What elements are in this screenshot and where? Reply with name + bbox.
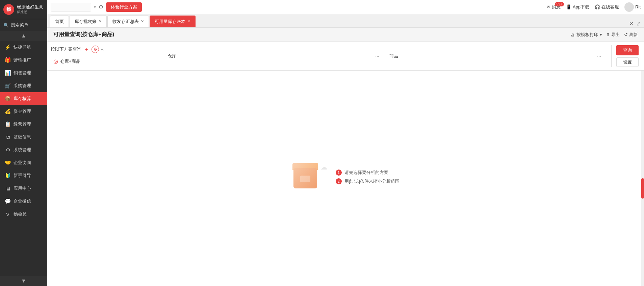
sidebar-item-member[interactable]: V 畅会员 — [0, 208, 47, 220]
topbar: ▾ ⚙ 体验行业方案 ✉ 消息 99+ 📱 App下载 🎧 在线客服 Rit — [47, 0, 644, 14]
filter-settings-circle-btn[interactable]: ⚙ — [92, 46, 99, 53]
sidebar-item-enterprise[interactable]: 🤝 企业协同 — [0, 156, 47, 169]
sidebar-item-sales[interactable]: 📊 销售管理 — [0, 67, 47, 79]
warehouse-input[interactable] — [180, 51, 372, 61]
operations-icon: 📋 — [5, 121, 11, 127]
app-center-icon: 🖥 — [5, 185, 11, 191]
sidebar-item-label: 新手引导 — [14, 173, 31, 179]
app-download-label: App下载 — [573, 4, 589, 10]
sidebar-item-label: 营销推广 — [14, 57, 31, 63]
filter-right: 仓库 ··· 商品 ··· 查询 设置 — [162, 42, 644, 70]
online-service-btn[interactable]: 🎧 在线客服 — [595, 4, 619, 10]
sidebar-item-wechat[interactable]: 💬 企业微信 — [0, 195, 47, 208]
sidebar-item-basic[interactable]: 🗂 基础信息 — [0, 131, 47, 144]
sidebar-item-finance[interactable]: 💰 资金管理 — [0, 105, 47, 118]
page-title: 可用量查询(按仓库+商品) — [53, 31, 114, 38]
tab-collect-summary[interactable]: 收发存汇总表 ✕ — [107, 16, 149, 27]
scheme-icon: ◎ — [53, 58, 58, 64]
product-input[interactable] — [402, 51, 594, 61]
user-menu[interactable]: Rit — [624, 2, 641, 12]
message-btn[interactable]: ✉ 消息 99+ — [547, 4, 561, 10]
warehouse-more-icon[interactable]: ··· — [375, 53, 379, 59]
sidebar-item-inventory[interactable]: 📦 库存核算 — [0, 92, 47, 105]
content-area: ☁ 1 请先选择要分析的方案 2 用[过滤]条件来缩小分析范围 — [47, 71, 644, 286]
scheme-label: 仓库+商品 — [60, 58, 80, 64]
query-btn[interactable]: 查询 — [616, 45, 639, 55]
box-face — [300, 176, 310, 182]
sidebar-item-label: 经营管理 — [14, 121, 31, 127]
inventory-icon: 📦 — [5, 96, 11, 102]
sidebar-nav: ⚡ 快捷导航 🎁 营销推广 📊 销售管理 🛒 采购管理 📦 库存核算 💰 资金管… — [0, 41, 47, 276]
sidebar-item-marketing[interactable]: 🎁 营销推广 — [0, 54, 47, 67]
empty-hint-2: 2 用[过滤]条件来缩小分析范围 — [336, 178, 400, 184]
chevron-down-icon[interactable]: ▾ — [94, 5, 96, 9]
marketing-icon: 🎁 — [5, 57, 11, 63]
hint-num-2: 2 — [336, 178, 342, 184]
sidebar-item-label: 企业微信 — [14, 198, 31, 204]
product-more-icon[interactable]: ··· — [597, 53, 601, 59]
topbar-search-input[interactable] — [51, 3, 91, 11]
page-header: 可用量查询(按仓库+商品) 🖨 按模板打印 ▾ ⬆ 导出 ↺ 刷新 — [47, 28, 644, 42]
refresh-btn[interactable]: ↺ 刷新 — [624, 32, 638, 38]
print-icon: 🖨 — [571, 32, 575, 37]
sidebar-item-label: 基础信息 — [14, 134, 31, 140]
quick-nav-icon: ⚡ — [5, 44, 11, 50]
tab-home[interactable]: 首页 — [50, 16, 69, 27]
filter-product-field: 商品 ··· — [389, 51, 601, 61]
sidebar-item-app-center[interactable]: 🖥 应用中心 — [0, 182, 47, 195]
finance-icon: 💰 — [5, 108, 11, 114]
tab-close-btn[interactable]: ✕ — [629, 21, 634, 27]
sidebar-logo: 畅 — [3, 4, 14, 15]
sidebar-item-system[interactable]: ⚙ 系统管理 — [0, 144, 47, 156]
user-avatar — [624, 2, 634, 12]
refresh-icon: ↺ — [624, 32, 628, 37]
right-scrollbar[interactable] — [641, 71, 644, 286]
filter-add-btn[interactable]: ＋ — [83, 45, 89, 53]
tab-available-ledger-close[interactable]: ✕ — [187, 19, 190, 24]
sidebar-item-quick-nav[interactable]: ⚡ 快捷导航 — [0, 41, 47, 54]
filter-settings-btn[interactable]: 设置 — [616, 57, 639, 67]
search-icon: 🔍 — [3, 23, 9, 28]
tab-available-ledger[interactable]: 可用量库存账本 ✕ — [150, 16, 196, 27]
sidebar-item-operations[interactable]: 📋 经营管理 — [0, 118, 47, 131]
sidebar-item-label: 销售管理 — [14, 70, 31, 76]
tab-home-label: 首页 — [55, 19, 64, 25]
wechat-icon: 💬 — [5, 198, 11, 204]
industry-btn[interactable]: 体验行业方案 — [106, 2, 142, 12]
main-area: ▾ ⚙ 体验行业方案 ✉ 消息 99+ 📱 App下载 🎧 在线客服 Rit — [47, 0, 644, 286]
filter-panel: 按以下方案查询 ＋ ⚙ « ◎ 仓库+商品 仓库 ··· 商品 ·· — [47, 42, 644, 71]
tab-batch-ledger-label: 库存批次账 — [75, 19, 97, 25]
tab-batch-ledger[interactable]: 库存批次账 ✕ — [70, 16, 107, 27]
hint-text-2: 用[过滤]条件来缩小分析范围 — [344, 178, 400, 184]
print-label: 按模板打印 — [576, 32, 598, 38]
tabbar-end: ✕ ⤢ — [196, 21, 644, 27]
app-download-btn[interactable]: 📱 App下载 — [566, 4, 589, 10]
topbar-right: ✉ 消息 99+ 📱 App下载 🎧 在线客服 Rit — [547, 2, 641, 12]
export-btn[interactable]: ⬆ 导出 — [606, 32, 620, 38]
tab-batch-ledger-close[interactable]: ✕ — [99, 19, 102, 24]
sidebar-scroll-down[interactable]: ▼ — [0, 276, 47, 286]
sidebar-item-newcomer[interactable]: 🔰 新手引导 — [0, 169, 47, 182]
empty-hint: 1 请先选择要分析的方案 2 用[过滤]条件来缩小分析范围 — [336, 170, 400, 187]
filter-collapse-btn[interactable]: « — [101, 47, 104, 52]
filter-scheme-item[interactable]: ◎ 仓库+商品 — [51, 56, 158, 67]
sidebar-item-label: 快捷导航 — [14, 44, 31, 50]
filter-warehouse-field: 仓库 ··· — [168, 51, 379, 61]
phone-icon: 📱 — [566, 4, 571, 9]
sidebar-search[interactable]: 🔍 搜索菜单 — [0, 19, 47, 31]
print-btn[interactable]: 🖨 按模板打印 ▾ — [571, 32, 602, 38]
sidebar-app-subtitle: 标准版 — [17, 10, 43, 15]
tab-collect-summary-close[interactable]: ✕ — [141, 19, 144, 24]
tab-expand-btn[interactable]: ⤢ — [636, 21, 641, 27]
sidebar-scroll-up[interactable]: ▲ — [0, 31, 47, 41]
sidebar-item-purchase[interactable]: 🛒 采购管理 — [0, 79, 47, 92]
gear-icon[interactable]: ⚙ — [99, 4, 103, 10]
empty-state: ☁ 1 请先选择要分析的方案 2 用[过滤]条件来缩小分析范围 — [292, 161, 400, 195]
sidebar-item-label: 企业协同 — [14, 160, 31, 166]
box-body — [293, 168, 317, 188]
member-icon: V — [5, 211, 11, 217]
tabbar: 首页 库存批次账 ✕ 收发存汇总表 ✕ 可用量库存账本 ✕ ✕ ⤢ — [47, 14, 644, 28]
empty-hint-1: 1 请先选择要分析的方案 — [336, 170, 400, 176]
sidebar-item-label: 畅会员 — [14, 211, 27, 217]
system-icon: ⚙ — [5, 147, 11, 153]
